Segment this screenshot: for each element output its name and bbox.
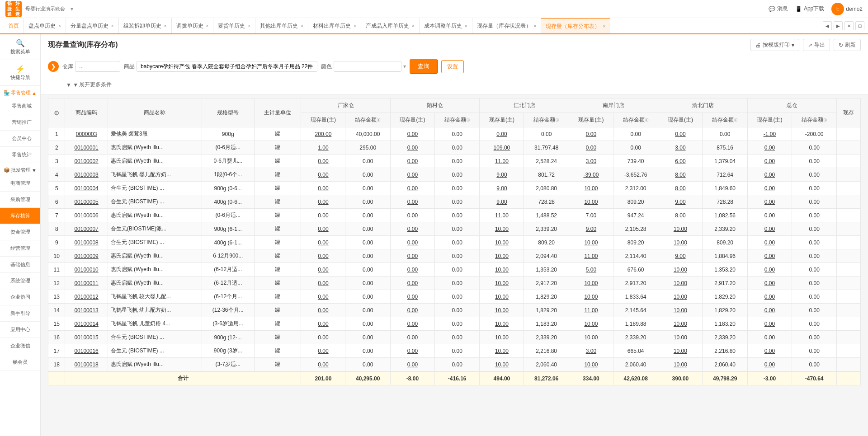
row-mocunCun-qty[interactable]: 0.00 [390, 263, 434, 277]
row-code[interactable]: 00100012 [65, 290, 108, 304]
sidebar-item-quicknav[interactable]: ⚡ 快捷导航 [0, 60, 40, 86]
close-icon[interactable]: × [206, 23, 209, 28]
tab-chengpinruku[interactable]: 产成品入库单历史 × [361, 18, 420, 34]
tab-pandian[interactable]: 盘点单历史 × [24, 18, 66, 34]
row-yubei-qty[interactable]: 10.00 [658, 222, 703, 236]
row-jiangbei-qty[interactable]: 10.00 [480, 344, 524, 358]
row-yubei-qty[interactable]: 10.00 [658, 263, 703, 277]
row-changjiaCun-qty[interactable]: 0.00 [301, 249, 345, 263]
row-code[interactable]: 00100010 [65, 263, 108, 277]
row-changjiaCun-qty[interactable]: 0.00 [301, 331, 345, 344]
row-yubei-qty[interactable]: 10.00 [658, 317, 703, 331]
sidebar-item-retailmall[interactable]: 零售商城 [0, 98, 40, 114]
row-yubei-qty[interactable]: 8.00 [658, 209, 703, 222]
sidebar-item-guide[interactable]: 新手引导 [0, 305, 40, 322]
row-changjiaCun-qty[interactable]: 0.00 [301, 304, 345, 317]
row-code[interactable]: 0000003 [65, 127, 108, 141]
close-icon[interactable]: × [412, 23, 415, 28]
row-total-qty[interactable]: 0.00 [747, 236, 792, 249]
query-btn[interactable]: 查询 [410, 59, 438, 74]
row-mocunCun-qty[interactable]: 0.00 [390, 195, 434, 209]
row-yubei-qty[interactable]: 6.00 [658, 155, 703, 168]
row-total-qty[interactable]: 0.00 [747, 304, 792, 317]
sidebar-item-member[interactable]: 会员中心 [0, 131, 40, 147]
row-changjiaCun-qty[interactable]: 0.00 [301, 195, 345, 209]
print-btn[interactable]: 🖨 按模版打印 ▾ [750, 39, 799, 51]
warehouse-input[interactable] [75, 61, 120, 72]
row-mocunCun-qty[interactable]: 0.00 [390, 141, 434, 155]
tab-zuzhangchaijian[interactable]: 组装拆卸单历史 × [119, 18, 172, 34]
tab-yaohuo[interactable]: 要货单历史 × [213, 18, 255, 34]
close-icon[interactable]: × [111, 23, 114, 28]
row-yubei-qty[interactable]: 10.00 [658, 358, 703, 372]
row-total-qty[interactable]: 0.00 [747, 344, 792, 358]
row-jiangbei-qty[interactable]: 11.00 [480, 155, 524, 168]
row-nanan-qty[interactable]: 11.00 [569, 304, 613, 317]
row-changjiaCun-qty[interactable]: 1.00 [301, 141, 345, 155]
row-nanan-qty[interactable]: 10.00 [569, 331, 613, 344]
close-icon[interactable]: × [465, 23, 467, 28]
sidebar-item-retailstat[interactable]: 零售统计 [0, 147, 40, 163]
row-code[interactable]: 00100018 [65, 358, 108, 372]
row-nanan-qty[interactable]: -39.00 [569, 168, 613, 182]
row-total-qty[interactable]: 0.00 [747, 222, 792, 236]
row-mocunCun-qty[interactable]: 0.00 [390, 304, 434, 317]
row-mocunCun-qty[interactable]: 0.00 [390, 168, 434, 182]
row-jiangbei-qty[interactable]: 10.00 [480, 222, 524, 236]
row-yubei-qty[interactable]: 3.00 [658, 141, 703, 155]
row-yubei-qty[interactable]: 10.00 [658, 236, 703, 249]
row-total-qty[interactable]: 0.00 [747, 141, 792, 155]
row-jiangbei-qty[interactable]: 9.00 [480, 168, 524, 182]
row-total-qty[interactable]: 0.00 [747, 331, 792, 344]
sidebar-group-wholesale[interactable]: 📦 批发管理 ▼ [0, 163, 40, 175]
row-code[interactable]: 00100006 [65, 209, 108, 222]
refresh-btn[interactable]: ↻ 刷新 [834, 39, 861, 51]
sidebar-item-search[interactable]: 🔍 搜索英单 [0, 34, 40, 60]
row-jiangbei-qty[interactable]: 10.00 [480, 249, 524, 263]
tabs-next-btn[interactable]: ▶ [834, 21, 843, 30]
tab-xiancunfenbu[interactable]: 现存量（库存分布表）× [541, 18, 610, 34]
row-nanan-qty[interactable]: 3.00 [569, 344, 613, 358]
color-input[interactable] [334, 61, 401, 72]
color-dropdown-icon[interactable]: ▾ [403, 63, 406, 70]
row-mocunCun-qty[interactable]: 0.00 [390, 236, 434, 249]
row-nanan-qty[interactable]: 10.00 [569, 236, 613, 249]
row-jiangbei-qty[interactable]: 9.00 [480, 195, 524, 209]
close-icon[interactable]: × [301, 23, 303, 28]
goods-input[interactable] [137, 61, 317, 72]
row-yubei-qty[interactable]: 10.00 [658, 344, 703, 358]
dropdown-arrow[interactable]: ▾ [71, 6, 73, 12]
row-changjiaCun-qty[interactable]: 0.00 [301, 222, 345, 236]
sidebar-item-vip[interactable]: 畅会员 [0, 354, 40, 370]
tab-chenben[interactable]: 成本调整单历史 × [420, 18, 472, 34]
row-changjiaCun-qty[interactable]: 0.00 [301, 358, 345, 372]
row-total-qty[interactable]: 0.00 [747, 168, 792, 182]
user-area[interactable]: E demo2 [831, 3, 863, 15]
row-yubei-qty[interactable]: 8.00 [658, 182, 703, 195]
row-changjiaCun-qty[interactable]: 0.00 [301, 290, 345, 304]
row-jiangbei-qty[interactable]: 10.00 [480, 236, 524, 249]
toggle-filter-btn[interactable]: ❯ [48, 61, 59, 72]
row-code[interactable]: 00100003 [65, 168, 108, 182]
row-yubei-qty[interactable]: 10.00 [658, 290, 703, 304]
row-changjiaCun-qty[interactable]: 0.00 [301, 155, 345, 168]
tabs-prev-btn[interactable]: ◀ [823, 21, 832, 30]
row-jiangbei-qty[interactable]: 10.00 [480, 277, 524, 290]
row-jiangbei-qty[interactable]: 10.00 [480, 317, 524, 331]
row-jiangbei-qty[interactable]: 109.00 [480, 141, 524, 155]
sidebar-item-ecommerce[interactable]: 电商管理 [0, 175, 40, 192]
row-mocunCun-qty[interactable]: 0.00 [390, 209, 434, 222]
row-total-qty[interactable]: 0.00 [747, 249, 792, 263]
close-icon[interactable]: × [354, 23, 356, 28]
sidebar-item-finance[interactable]: 资金管理 [0, 224, 40, 240]
sidebar-item-marketing[interactable]: 营销推广 [0, 114, 40, 131]
row-code[interactable]: 00100005 [65, 195, 108, 209]
row-changjiaCun-qty[interactable]: 0.00 [301, 209, 345, 222]
row-jiangbei-qty[interactable]: 10.00 [480, 331, 524, 344]
sidebar-item-basic[interactable]: 基础信息 [0, 257, 40, 273]
row-jiangbei-qty[interactable]: 10.00 [480, 304, 524, 317]
close-icon[interactable]: × [248, 23, 250, 28]
row-code[interactable]: 00100016 [65, 344, 108, 358]
row-mocunCun-qty[interactable]: 0.00 [390, 182, 434, 195]
sidebar-item-inventory[interactable]: 库存核算 [0, 208, 40, 224]
